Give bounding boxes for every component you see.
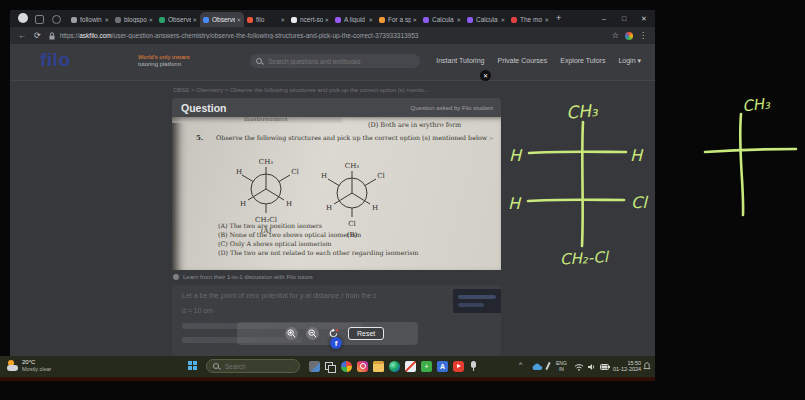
tab-close-icon[interactable]: ✕ — [192, 17, 197, 23]
green-app-icon[interactable]: + — [421, 361, 432, 372]
tab-search-icon[interactable] — [52, 15, 61, 24]
refresh-icon[interactable]: ⟳ — [34, 32, 41, 40]
back-icon[interactable]: ← — [18, 32, 26, 40]
solution-line: d = 10 cm — [182, 307, 213, 314]
svg-text:H: H — [326, 204, 332, 212]
image-viewer-controls: Reset — [237, 322, 418, 345]
clock-widget[interactable]: 15:5001-12-2024 — [613, 361, 641, 372]
battery-icon[interactable] — [600, 364, 610, 370]
tab-close-icon[interactable]: ✕ — [324, 17, 329, 23]
zoom-out-button[interactable] — [306, 327, 319, 340]
browser-tab[interactable]: For a sp✕ — [376, 12, 420, 27]
browser-tab[interactable]: Calcula✕ — [464, 12, 508, 27]
wifi-icon[interactable] — [574, 363, 584, 371]
new-tab-button[interactable]: + — [556, 14, 561, 23]
tab-favicon — [159, 17, 165, 23]
tab-close-icon[interactable]: ✕ — [280, 17, 285, 23]
task-view-icon[interactable] — [325, 362, 333, 370]
search-input[interactable] — [266, 57, 414, 66]
a-app-icon[interactable]: A — [437, 361, 448, 372]
question-card: Question Question asked by Filo student … — [172, 98, 501, 270]
site-search[interactable] — [250, 54, 420, 68]
tab-close-icon[interactable]: ✕ — [412, 17, 417, 23]
tab-favicon — [115, 17, 121, 23]
tab-favicon — [335, 17, 341, 23]
url-text[interactable]: https://askfilo.com/user-question-answer… — [60, 32, 606, 39]
weather-icon — [7, 360, 19, 372]
bookmark-star-icon[interactable]: ☆ — [612, 32, 619, 40]
discussion-note: Learn from their 1-to-1 discussion with … — [173, 274, 313, 280]
question-asked-by: Question asked by Filo student — [411, 105, 493, 111]
speaker-icon[interactable] — [588, 363, 596, 371]
paint-app-icon[interactable] — [405, 361, 416, 372]
reset-button[interactable]: Reset — [348, 327, 384, 340]
instagram-icon[interactable] — [357, 361, 368, 372]
browser-tab[interactable]: Calcula✕ — [420, 12, 464, 27]
browser-tab[interactable]: filo✕ — [244, 12, 288, 27]
language-indicator[interactable]: ENGIN — [556, 361, 567, 372]
weather-widget[interactable]: 20°C Mostly clear — [22, 359, 51, 372]
browser-tab[interactable]: Observe✕ — [156, 12, 200, 27]
screen-edge-strip — [0, 377, 655, 381]
onedrive-cloud-icon[interactable] — [531, 363, 543, 371]
browser-menu-icon[interactable]: ⋮ — [639, 32, 647, 40]
svg-text:H: H — [372, 204, 378, 212]
taskbar-search[interactable] — [206, 359, 300, 373]
browser-tab[interactable]: ncert-so✕ — [288, 12, 332, 27]
tab-close-icon[interactable]: ✕ — [368, 17, 373, 23]
zoom-in-button[interactable] — [285, 327, 298, 340]
breadcrumb: CBSE > Chemistry > Observe the following… — [173, 87, 503, 93]
nav-instant-tutoring[interactable]: Instant Tutoring — [436, 57, 484, 65]
tab-favicon — [379, 17, 385, 23]
tab-close-icon[interactable]: ✕ — [236, 17, 241, 23]
tab-close-icon[interactable]: ✕ — [104, 17, 109, 23]
taskbar-search-icon — [213, 363, 219, 369]
close-overlay-button[interactable]: ✕ — [480, 70, 491, 81]
svg-text:H: H — [321, 172, 327, 180]
browser-tab[interactable]: followin✕ — [68, 12, 112, 27]
address-bar: ← ⟳ https://askfilo.com/user-question-an… — [10, 27, 655, 44]
browser-tab-active[interactable]: Observe✕ — [200, 12, 244, 27]
photos-app-icon[interactable] — [309, 361, 320, 372]
window-maximize-button[interactable]: □ — [615, 10, 633, 27]
youtube-icon[interactable] — [453, 361, 464, 372]
browser-profile-avatar[interactable] — [18, 13, 28, 23]
pinwheel-app-icon[interactable] — [341, 361, 352, 372]
svg-text:CH₃: CH₃ — [259, 158, 273, 166]
notification-bell-icon[interactable] — [643, 362, 651, 371]
partial-fischer-labels: CH₃ — [741, 94, 772, 115]
tab-close-icon[interactable]: ✕ — [456, 17, 461, 23]
taskbar-search-input[interactable] — [223, 362, 293, 371]
tray-overflow-chevron-icon[interactable]: ^ — [519, 362, 522, 368]
tab-close-icon[interactable]: ✕ — [500, 17, 505, 23]
tab-group-icon[interactable] — [35, 15, 44, 24]
filo-logo-badge[interactable]: f — [330, 337, 342, 349]
svg-text:CH₃: CH₃ — [345, 162, 359, 170]
microphone-icon[interactable] — [471, 361, 476, 368]
tab-favicon — [467, 17, 473, 23]
question-image[interactable]: diastereomers (D) Both are in erythro fo… — [172, 117, 501, 270]
edge-browser-icon[interactable] — [389, 361, 400, 372]
start-button[interactable] — [188, 361, 197, 370]
window-minimize-button[interactable]: – — [595, 10, 613, 27]
account-avatar[interactable] — [625, 32, 633, 40]
solution-line: Let a be the point of zero potential for… — [182, 292, 377, 299]
browser-tab[interactable]: A liquid✕ — [332, 12, 376, 27]
nav-login[interactable]: Login ▾ — [618, 57, 641, 65]
file-explorer-icon[interactable] — [373, 361, 384, 372]
svg-text:Cl: Cl — [348, 220, 356, 228]
answer-option-b: (B) None of the two shows optical isomer… — [218, 230, 361, 239]
tab-close-icon[interactable]: ✕ — [544, 17, 549, 23]
filo-logo[interactable]: filo — [40, 49, 71, 71]
window-close-button[interactable]: ✕ — [635, 10, 653, 27]
partial-fischer-drawing — [705, 114, 796, 215]
nav-private-courses[interactable]: Private Courses — [497, 57, 547, 65]
browser-tab[interactable]: The mo✕ — [508, 12, 552, 27]
pen-icon[interactable] — [545, 362, 550, 370]
lock-icon[interactable] — [49, 32, 55, 40]
tab-close-icon[interactable]: ✕ — [148, 17, 153, 23]
related-thumbnail[interactable] — [453, 289, 501, 313]
nav-explore-tutors[interactable]: Explore Tutors — [560, 57, 605, 65]
browser-tab[interactable]: blogspo✕ — [112, 12, 156, 27]
tab-favicon — [291, 17, 297, 23]
